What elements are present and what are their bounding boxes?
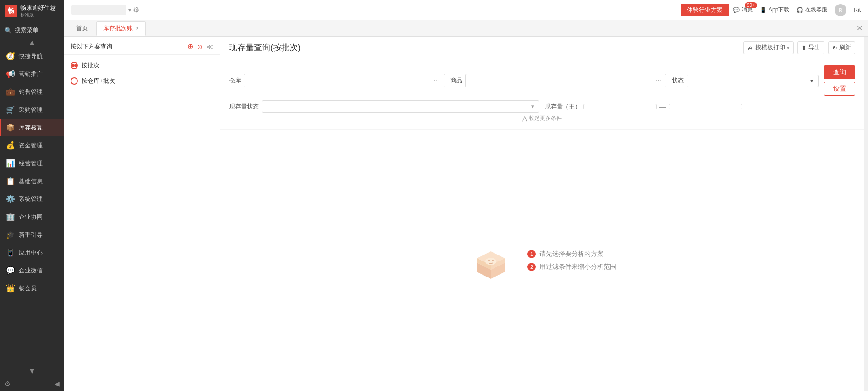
sidebar-item-wechat[interactable]: 💬 企业微信 (0, 261, 64, 279)
tabbar: 首页 库存批次账 × ✕ (64, 20, 868, 37)
status-select[interactable]: ▾ (687, 75, 819, 87)
app-title: 畅康通好生意 (20, 4, 56, 12)
filter-panel: 按以下方案查询 ⊕ ⊙ ≪ 按批次 按仓库+批次 (64, 37, 220, 391)
stock-status-field: 现存量状态 ▾ (229, 100, 539, 113)
sidebar-item-label: 采购管理 (19, 106, 43, 114)
filter-panel-header: 按以下方案查询 ⊕ ⊙ ≪ (64, 37, 220, 55)
print-btn[interactable]: 🖨 按模板打印 ▾ (743, 41, 794, 54)
empty-tips: 1 请先选择要分析的方案 2 用过滤条件来缩小分析范围 (527, 250, 616, 271)
tab-close-btn[interactable]: × (136, 25, 139, 32)
right-scrollbar[interactable] (864, 37, 868, 391)
filter-item-by-warehouse-batch[interactable]: 按仓库+批次 (64, 73, 220, 89)
sidebar-search-label: 搜索菜单 (15, 26, 38, 34)
sales-icon: 💼 (6, 87, 15, 96)
empty-state: 1 请先选择要分析的方案 2 用过滤条件来缩小分析范围 (220, 130, 864, 391)
main: ▾ ⚙ 体验行业方案 💬 消息 99+ 📱 App下载 🎧 在线客服 R Rit (64, 0, 868, 391)
trial-btn[interactable]: 体验行业方案 (681, 4, 729, 16)
warehouse-input[interactable]: ··· (244, 74, 445, 87)
tip-num-2: 2 (527, 263, 536, 271)
action-buttons: 查询 设置 (824, 65, 855, 96)
topbar-service[interactable]: 🎧 在线客服 (797, 6, 827, 14)
page-header-actions: 🖨 按模板打印 ▾ ⬆ 导出 ↻ 刷新 (743, 41, 855, 54)
topbar-right: 💬 消息 99+ 📱 App下载 🎧 在线客服 R Rit (733, 4, 861, 16)
collapse-more-btn[interactable]: ⋀ 收起更多条件 (229, 113, 855, 124)
sidebar-item-system[interactable]: ⚙️ 系统管理 (0, 190, 64, 208)
sidebar-item-enterprise[interactable]: 🏢 企业协同 (0, 208, 64, 226)
search-row-2: 现存量状态 ▾ 现存量（主） — (229, 100, 855, 113)
sidebar-item-label: 基础信息 (19, 177, 43, 185)
stock-status-chevron-icon: ▾ (531, 103, 534, 110)
stock-status-select[interactable]: ▾ (262, 100, 539, 113)
sidebar-item-label: 销售管理 (19, 88, 43, 96)
export-btn[interactable]: ⬆ 导出 (797, 41, 824, 54)
query-btn[interactable]: 查询 (824, 65, 855, 79)
tabbar-close-right-icon[interactable]: ✕ (857, 24, 863, 33)
stock-amount-to[interactable] (669, 104, 742, 109)
tab-home[interactable]: 首页 (70, 22, 94, 35)
sidebar-item-apps[interactable]: 📱 应用中心 (0, 244, 64, 261)
warehouse-more-icon[interactable]: ··· (434, 76, 440, 85)
topbar-app[interactable]: 📱 App下载 (760, 6, 789, 14)
sidebar-item-label: 经营管理 (19, 159, 43, 168)
sidebar-settings-icon[interactable]: ⚙ (5, 380, 11, 387)
sidebar-collapse-icon[interactable]: ◀ (55, 380, 60, 387)
enterprise-icon: 🏢 (6, 212, 15, 221)
main-area: 现存量查询(按批次) 🖨 按模板打印 ▾ ⬆ 导出 ↻ 刷新 (220, 37, 864, 391)
sidebar-item-label: 系统管理 (19, 195, 43, 203)
settings-btn[interactable]: 设置 (824, 82, 855, 96)
svg-point-8 (492, 260, 494, 261)
sidebar-item-quick-nav[interactable]: 🧭 快捷导航 (0, 47, 64, 65)
search-row-1: 仓库 ··· 商品 ··· 状态 (229, 65, 855, 96)
search-icon: 🔍 (5, 27, 12, 34)
newbie-icon: 🎓 (6, 230, 15, 239)
filter-add-icon[interactable]: ⊕ (187, 42, 193, 51)
sidebar-item-label: 应用中心 (19, 249, 43, 257)
filter-settings-icon[interactable]: ⊙ (197, 43, 203, 50)
sidebar-item-basics[interactable]: 📋 基础信息 (0, 172, 64, 190)
sidebar-item-member[interactable]: 👑 畅会员 (0, 279, 64, 297)
filter-item-by-batch[interactable]: 按批次 (64, 58, 220, 73)
filter-item-by-batch-label: 按批次 (82, 61, 99, 70)
stock-amount-from[interactable] (583, 104, 657, 109)
quick-nav-icon: 🧭 (6, 52, 15, 60)
topbar-chevron-icon[interactable]: ▾ (128, 7, 131, 13)
stock-amount-field: 现存量（主） — (545, 103, 855, 111)
sidebar-scroll-up[interactable]: ▲ (0, 38, 64, 47)
page-header: 现存量查询(按批次) 🖨 按模板打印 ▾ ⬆ 导出 ↻ 刷新 (220, 37, 864, 59)
topbar-search-input[interactable] (71, 5, 126, 15)
topbar-username: Rit (854, 7, 861, 13)
refresh-icon: ↻ (832, 44, 837, 51)
sidebar-item-sales[interactable]: 💼 销售管理 (0, 83, 64, 101)
sidebar-search[interactable]: 🔍 搜索菜单 (0, 22, 64, 38)
status-field: 状态 ▾ (672, 75, 819, 87)
sidebar-item-purchase[interactable]: 🛒 采购管理 (0, 101, 64, 119)
message-icon: 💬 (733, 7, 740, 13)
svg-point-7 (488, 260, 490, 261)
refresh-btn[interactable]: ↻ 刷新 (828, 41, 855, 54)
sidebar-item-label: 新手引导 (19, 231, 43, 239)
product-input[interactable]: ··· (465, 74, 666, 87)
avatar[interactable]: R (835, 4, 846, 16)
radio-inner (71, 64, 74, 67)
sidebar-item-operations[interactable]: 📊 经营管理 (0, 154, 64, 172)
sidebar-scroll-down[interactable]: ▼ (0, 367, 64, 376)
sidebar-item-label: 营销推广 (19, 70, 43, 78)
empty-tip-2: 2 用过滤条件来缩小分析范围 (527, 263, 616, 271)
sidebar-item-newbie[interactable]: 🎓 新手引导 (0, 226, 64, 244)
filter-panel-collapse-icon[interactable]: ≪ (206, 43, 213, 50)
print-dropdown-icon[interactable]: ▾ (787, 45, 790, 51)
avatar-initial: R (839, 7, 842, 13)
sidebar-item-inventory[interactable]: 📦 库存核算 (0, 119, 64, 136)
topbar-msg[interactable]: 💬 消息 99+ (733, 6, 753, 14)
tab-inventory-batch[interactable]: 库存批次账 × (96, 21, 146, 36)
topbar-gear-icon[interactable]: ⚙ (133, 5, 139, 14)
product-more-icon[interactable]: ··· (655, 76, 661, 85)
system-icon: ⚙️ (6, 195, 15, 203)
sidebar-item-marketing[interactable]: 📢 营销推广 (0, 65, 64, 83)
breadcrumb-area: ▾ ⚙ (71, 5, 677, 15)
sidebar-item-finance[interactable]: 💰 资金管理 (0, 136, 64, 154)
topbar: ▾ ⚙ 体验行业方案 💬 消息 99+ 📱 App下载 🎧 在线客服 R Rit (64, 0, 868, 20)
sidebar: 畅 畅康通好生意 标准版 🔍 搜索菜单 ▲ 🧭 快捷导航 📢 营销推广 💼 销售… (0, 0, 64, 391)
stock-status-label: 现存量状态 (229, 103, 259, 111)
warehouse-label: 仓库 (229, 76, 241, 85)
